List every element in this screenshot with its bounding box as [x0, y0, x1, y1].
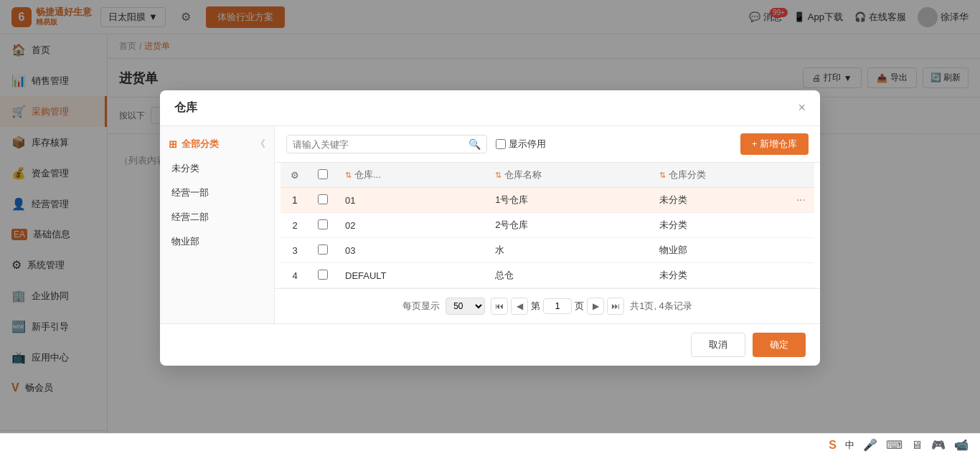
- lang-icon[interactable]: 中: [845, 439, 854, 452]
- warehouse-name: 水: [486, 238, 650, 263]
- row-checkbox[interactable]: [318, 270, 328, 280]
- row-num: 1: [281, 188, 309, 213]
- col-name: ⇅ 仓库名称: [486, 163, 650, 188]
- row-checkbox-cell: [309, 213, 336, 238]
- col-gear: ⚙: [281, 163, 309, 188]
- table-row[interactable]: 3 03 水 物业部: [281, 238, 814, 263]
- warehouse-category: 未分类: [651, 263, 814, 288]
- modal-content-area: 🔍 显示停用 + 新增仓库 ⚙: [275, 126, 820, 323]
- confirm-button[interactable]: 确定: [753, 333, 806, 357]
- modal-sidebar-item-dept1[interactable]: 经营一部: [160, 181, 274, 205]
- camera-icon[interactable]: 📹: [954, 438, 969, 452]
- col-category: ⇅ 仓库分类: [651, 163, 814, 188]
- row-checkbox[interactable]: [318, 219, 328, 229]
- show-disabled-checkbox[interactable]: [496, 139, 506, 149]
- warehouse-category: 未分类: [651, 213, 814, 238]
- warehouse-code: DEFAULT: [336, 263, 486, 288]
- gear-icon[interactable]: ⚙: [291, 170, 299, 181]
- cancel-button[interactable]: 取消: [691, 333, 745, 357]
- warehouse-name: 总仓: [486, 263, 650, 288]
- warehouse-category: 物业部: [651, 238, 814, 263]
- warehouse-code: 02: [336, 213, 486, 238]
- brand-s-icon: S: [829, 439, 837, 452]
- modal-overlay[interactable]: 仓库 × ⊞ 全部分类 《 未分类 经营一部 经营二部 物业部: [0, 0, 980, 456]
- first-page-btn[interactable]: ⏮: [491, 298, 508, 315]
- search-input[interactable]: [293, 139, 468, 150]
- modal-sidebar-item-dept2[interactable]: 经营二部: [160, 205, 274, 229]
- modal-footer: 取消 确定: [160, 323, 820, 366]
- monitor-icon[interactable]: 🖥: [911, 439, 923, 452]
- modal-toolbar: 🔍 显示停用 + 新增仓库: [275, 126, 820, 163]
- warehouse-category: 未分类 ···: [651, 188, 814, 213]
- row-num: 3: [281, 238, 309, 263]
- keyboard-icon[interactable]: ⌨: [886, 438, 903, 452]
- modal-sidebar-item-uncat[interactable]: 未分类: [160, 156, 274, 181]
- collapse-icon[interactable]: 《: [255, 138, 265, 151]
- total-info: 共1页, 4条记录: [630, 300, 692, 313]
- next-page-btn[interactable]: ▶: [587, 298, 604, 315]
- table-body: 1 01 1号仓库 未分类 ···: [281, 188, 814, 288]
- col-code: ⇅ 仓库...: [336, 163, 486, 188]
- table-row[interactable]: 4 DEFAULT 总仓 未分类: [281, 263, 814, 288]
- row-num: 2: [281, 213, 309, 238]
- sort-icon: ⇅: [495, 171, 501, 180]
- row-checkbox[interactable]: [318, 244, 328, 255]
- more-icon[interactable]: ···: [796, 194, 806, 206]
- page-size-select[interactable]: 50 100 200: [446, 298, 485, 315]
- header-row: ⚙ ⇅ 仓库...: [281, 163, 814, 188]
- modal-sidebar-header[interactable]: ⊞ 全部分类 《: [160, 132, 274, 156]
- modal-sidebar-item-property[interactable]: 物业部: [160, 229, 274, 254]
- page-nav: ⏮ ◀ 第 页 ▶ ⏭: [491, 298, 624, 315]
- mic-icon[interactable]: 🎤: [863, 438, 877, 452]
- grid-icon: ⊞: [169, 138, 177, 150]
- row-checkbox-cell: [309, 188, 336, 213]
- table-header: ⚙ ⇅ 仓库...: [281, 163, 814, 188]
- close-icon[interactable]: ×: [798, 100, 806, 115]
- add-warehouse-button[interactable]: + 新增仓库: [740, 133, 809, 155]
- warehouse-code: 03: [336, 238, 486, 263]
- select-all-checkbox[interactable]: [318, 169, 328, 179]
- modal-title: 仓库: [174, 100, 197, 115]
- warehouse-modal: 仓库 × ⊞ 全部分类 《 未分类 经营一部 经营二部 物业部: [160, 90, 820, 366]
- statusbar: S 中 🎤 ⌨ 🖥 🎮 📹: [0, 433, 980, 456]
- col-checkbox: [309, 163, 336, 188]
- sort-icon: ⇅: [345, 171, 352, 180]
- search-icon[interactable]: 🔍: [468, 138, 481, 150]
- show-disabled-toggle[interactable]: 显示停用: [496, 138, 546, 151]
- modal-table-container: ⚙ ⇅ 仓库...: [275, 163, 820, 288]
- warehouse-name: 2号仓库: [486, 213, 650, 238]
- row-checkbox[interactable]: [318, 194, 328, 204]
- warehouse-name: 1号仓库: [486, 188, 650, 213]
- sort-icon: ⇅: [659, 171, 666, 180]
- prev-page-btn[interactable]: ◀: [511, 298, 528, 315]
- row-checkbox-cell: [309, 238, 336, 263]
- modal-sidebar: ⊞ 全部分类 《 未分类 经营一部 经营二部 物业部: [160, 126, 275, 323]
- page-input[interactable]: [543, 298, 572, 314]
- modal-sidebar-all-label: ⊞ 全部分类: [169, 138, 219, 151]
- table-row[interactable]: 2 02 2号仓库 未分类: [281, 213, 814, 238]
- search-box: 🔍: [286, 135, 487, 153]
- pagination: 每页显示 50 100 200 ⏮ ◀ 第 页 ▶ ⏭: [275, 288, 820, 323]
- modal-body: ⊞ 全部分类 《 未分类 经营一部 经营二部 物业部 🔍: [160, 126, 820, 323]
- modal-header: 仓库 ×: [160, 90, 820, 126]
- row-num: 4: [281, 263, 309, 288]
- gamepad-icon[interactable]: 🎮: [931, 438, 946, 452]
- warehouse-code: 01: [336, 188, 486, 213]
- row-checkbox-cell: [309, 263, 336, 288]
- warehouse-table: ⚙ ⇅ 仓库...: [281, 163, 814, 288]
- table-row[interactable]: 1 01 1号仓库 未分类 ···: [281, 188, 814, 213]
- last-page-btn[interactable]: ⏭: [607, 298, 624, 315]
